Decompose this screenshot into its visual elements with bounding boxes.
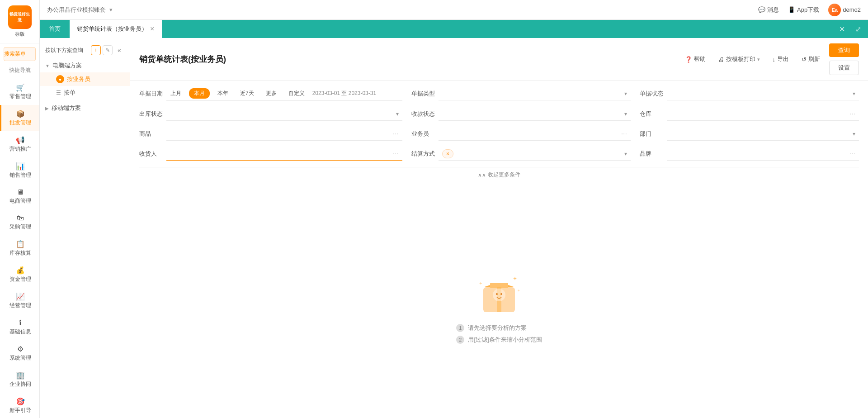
tip-num-1: 1 [456, 324, 464, 332]
date-more-btn[interactable]: 更多 [262, 88, 281, 99]
business-icon: 📈 [3, 292, 38, 301]
filter-warehouse: 仓库 ··· [640, 107, 859, 121]
sidebar-item-finance[interactable]: 💰 资金管理 [0, 261, 39, 288]
date-week-btn[interactable]: 近7天 [236, 88, 258, 99]
collapse-conditions-btn[interactable]: ∧∧ 收起更多条件 [478, 171, 520, 179]
svg-point-4 [496, 293, 498, 295]
date-current-month-btn[interactable]: 本月 [189, 88, 210, 99]
product-selector[interactable]: ··· [166, 127, 402, 141]
main-area: 办公用品行业模拟账套 ▾ 💬 消息 📱 App下载 Ea demo2 首页 [40, 0, 868, 418]
payment-method-dropdown-icon: ▾ [624, 151, 627, 157]
warehouse-dots-icon: ··· [849, 110, 855, 118]
user-profile-btn[interactable]: Ea demo2 [828, 4, 861, 16]
sidebar-item-company[interactable]: 🏢 企业协同 [0, 366, 39, 393]
payment-status-selector[interactable]: ▾ [439, 107, 631, 121]
sidebar-item-retail[interactable]: 🛒 零售管理 [0, 79, 39, 105]
scheme-by-order[interactable]: ☰ 按单 [40, 86, 130, 100]
tab-home[interactable]: 首页 [40, 20, 70, 38]
download-icon: 📱 [788, 6, 795, 13]
tag-close-btn[interactable]: × [446, 151, 449, 157]
scheme-desktop-label: 电脑端方案 [52, 62, 82, 70]
empty-state: ✦ ✦ ✦ 1 请先选择要分析的方案 2 用[过滤]条件来缩小分析范围 [130, 188, 868, 418]
settings-btn[interactable]: 设置 [829, 61, 859, 75]
doc-status-selector[interactable]: ▾ [667, 87, 859, 100]
wholesale-icon: 📦 [3, 109, 38, 118]
filter-row-1: 单据日期 上月 本月 本年 近7天 更多 自定义 2023-03-01 至 20… [139, 86, 859, 101]
date-year-btn[interactable]: 本年 [213, 88, 232, 99]
sidebar-item-sales[interactable]: 📊 销售管理 [0, 157, 39, 184]
window-close-btn[interactable]: ✕ [835, 23, 848, 35]
top-header: 办公用品行业模拟账套 ▾ 💬 消息 📱 App下载 Ea demo2 [40, 0, 868, 20]
sidebar-item-ecommerce[interactable]: 🖥 电商管理 [0, 184, 39, 209]
date-prev-month-btn[interactable]: 上月 [166, 88, 185, 99]
payment-method-selector[interactable]: × ▾ [439, 147, 631, 161]
salesperson-selector[interactable]: ··· [439, 127, 631, 141]
doc-status-label: 单据状态 [640, 90, 667, 98]
date-custom-btn[interactable]: 自定义 [284, 88, 309, 99]
scheme-panel-actions: + ✎ « [91, 45, 124, 55]
tab-close-btn[interactable]: × [150, 25, 154, 33]
tab-bar: 首页 销货单统计表（按业务员） × ✕ ⤢ [40, 20, 868, 38]
app-download-btn[interactable]: 📱 App下载 [788, 6, 819, 14]
receiver-label: 收货人 [139, 150, 166, 158]
sidebar-item-inventory[interactable]: 📋 库存核算 [0, 235, 39, 261]
scheme-edit-btn[interactable]: ✎ [103, 45, 113, 55]
receiver-input[interactable]: ··· [166, 147, 402, 161]
scheme-collapse-btn[interactable]: « [114, 45, 124, 55]
scheme-panel-title: 按以下方案查询 [45, 47, 83, 54]
sidebar-item-basic[interactable]: ℹ 基础信息 [0, 314, 39, 340]
scheme-mobile-label: 移动端方案 [52, 104, 81, 112]
date-label: 单据日期 [139, 90, 166, 98]
logo-subtitle: 标版 [4, 31, 36, 38]
scheme-by-salesperson[interactable]: ● 按业务员 [40, 72, 130, 86]
header-right-actions: 💬 消息 📱 App下载 Ea demo2 [758, 4, 861, 16]
product-label: 商品 [139, 130, 166, 138]
finance-icon: 💰 [3, 266, 38, 275]
search-menu-btn[interactable]: 搜索菜单 [4, 47, 36, 61]
warehouse-selector[interactable]: ··· [667, 107, 859, 121]
out-status-selector[interactable]: ▾ [166, 107, 402, 121]
export-btn[interactable]: ↓ 导出 [769, 53, 793, 65]
tab-active-label: 销货单统计表（按业务员） [77, 25, 147, 33]
doc-status-dropdown-icon: ▾ [853, 90, 855, 97]
avatar: Ea [828, 4, 841, 16]
collapse-bar: ∧∧ 收起更多条件 [139, 167, 859, 182]
window-maximize-btn[interactable]: ⤢ [852, 23, 864, 35]
tip-text-1: 请先选择要分析的方案 [468, 324, 527, 332]
refresh-btn[interactable]: ↺ 刷新 [798, 53, 824, 65]
newbie-icon: 🎯 [3, 397, 38, 406]
help-btn[interactable]: ❓ 帮助 [681, 53, 709, 65]
tab-active[interactable]: 销货单统计表（按业务员） × [70, 20, 162, 38]
filter-brand: 品牌 ··· [640, 147, 859, 161]
filter-row-2: 出库状态 ▾ 收款状态 ▾ 仓库 [139, 107, 859, 121]
scheme-mobile-node[interactable]: ▶ 移动端方案 [40, 101, 130, 115]
filter-payment-method: 结算方式 × ▾ [411, 147, 631, 161]
sidebar-item-business[interactable]: 📈 经营管理 [0, 288, 39, 314]
scheme-desktop-node[interactable]: ▼ 电脑端方案 [40, 59, 130, 72]
dept-dropdown-icon: ▾ [853, 131, 855, 137]
retail-icon: 🛒 [3, 83, 38, 92]
date-selector[interactable]: 上月 本月 本年 近7天 更多 自定义 2023-03-01 至 2023-03… [166, 86, 402, 101]
print-btn[interactable]: 🖨 按模板打印 ▾ [715, 53, 764, 65]
message-btn[interactable]: 💬 消息 [758, 6, 779, 14]
out-status-label: 出库状态 [139, 110, 166, 118]
empty-tips: 1 请先选择要分析的方案 2 用[过滤]条件来缩小分析范围 [456, 324, 542, 344]
quick-nav-btn[interactable]: 快捷导航 [0, 65, 39, 77]
dept-selector[interactable]: ▾ [667, 127, 859, 141]
page-content: 按以下方案查询 + ✎ « ▼ 电脑端方案 ● 按业务员 ☰ 按单 ▶ [40, 38, 868, 418]
sidebar-item-marketing[interactable]: 📢 营销推广 [0, 131, 39, 157]
brand-selector[interactable]: ··· [667, 147, 859, 161]
doc-type-selector[interactable]: ▾ [439, 87, 631, 100]
workspace-dropdown-icon[interactable]: ▾ [109, 6, 113, 13]
empty-illustration: ✦ ✦ ✦ [472, 262, 526, 317]
sidebar-item-purchase[interactable]: 🛍 采购管理 [0, 209, 39, 235]
ecommerce-icon: 🖥 [3, 188, 38, 196]
marketing-icon: 📢 [3, 136, 38, 144]
sidebar-item-system[interactable]: ⚙ 系统管理 [0, 340, 39, 366]
sidebar-item-wholesale[interactable]: 📦 批发管理 [0, 105, 39, 131]
sidebar-item-newbie[interactable]: 🎯 新手引导 [0, 393, 39, 418]
dept-label: 部门 [640, 130, 667, 138]
scheme-add-btn[interactable]: + [91, 45, 101, 55]
query-btn[interactable]: 查询 [829, 43, 859, 57]
sidebar-nav: 🛒 零售管理 📦 批发管理 📢 营销推广 📊 销售管理 🖥 电商管理 🛍 采购管… [0, 77, 39, 418]
